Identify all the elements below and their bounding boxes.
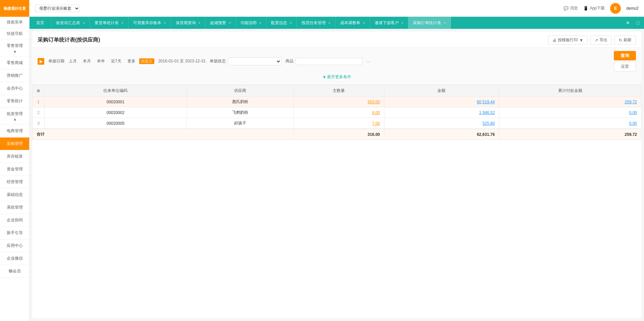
sidebar-item-basic[interactable]: 基础信息 bbox=[0, 189, 29, 201]
shortcut-7days[interactable]: 近7天 bbox=[109, 58, 124, 65]
sidebar-item-wholesale[interactable]: 批发管理 ▲ bbox=[0, 108, 29, 125]
nav-tab-stock-ledger[interactable]: 可用量库存账本× bbox=[128, 17, 171, 29]
row-paid[interactable]: 0.00 bbox=[499, 107, 641, 118]
row-amount[interactable]: 60,519.44 bbox=[384, 97, 499, 107]
close-tab-icon[interactable]: × bbox=[328, 21, 330, 25]
close-tab-icon[interactable]: × bbox=[83, 21, 85, 25]
sidebar-search-btn[interactable]: 搜索英单 bbox=[0, 17, 29, 28]
page-actions: 🖨 按模板打印 ▼ ↗ 导出 ↻ 刷新 bbox=[548, 36, 636, 45]
col-settings[interactable]: ⚙ bbox=[33, 85, 45, 97]
sidebar-item-system[interactable]: 系统管理 bbox=[0, 201, 29, 214]
close-tab-icon[interactable]: × bbox=[121, 21, 123, 25]
export-btn[interactable]: ↗ 导出 bbox=[590, 36, 612, 45]
nav-tab-cost-adjust[interactable]: 成本调整单× bbox=[335, 17, 370, 29]
filter-toggle-btn[interactable]: ▶ bbox=[38, 58, 44, 65]
custom-date-badge[interactable]: 自定义 bbox=[139, 58, 154, 64]
refresh-btn[interactable]: ↻ 刷新 bbox=[614, 36, 636, 45]
sidebar-item-retail-mgmt[interactable]: 零售管理 ▲ bbox=[0, 40, 29, 57]
shortcut-last-month[interactable]: 上月 bbox=[66, 58, 79, 65]
sidebar-item-retail-mall[interactable]: 零售商城 bbox=[0, 57, 29, 69]
row-qty[interactable]: 303.00 bbox=[293, 97, 384, 107]
row-code: 00020002 bbox=[45, 107, 187, 118]
expand-more-btn[interactable]: ▼ 展开更多条件 bbox=[38, 73, 636, 81]
sidebar-item-capital[interactable]: 资金管理 bbox=[0, 163, 29, 176]
row-amount[interactable]: 525.80 bbox=[384, 118, 499, 129]
content-area: 采购订单统计表(按供应商) 🖨 按模板打印 ▼ ↗ 导出 ↻ 刷新 bbox=[32, 32, 641, 318]
nav-tab-invite-downstream[interactable]: 邀请下游客户× bbox=[370, 17, 409, 29]
shortcut-this-month[interactable]: 本月 bbox=[80, 58, 93, 65]
main-area: 母婴行业演示账套 💬 消息 📱 App下载 E demo2 首页收发存汇总表×要… bbox=[30, 0, 644, 321]
nav-tabs-end: ✕ □ bbox=[624, 19, 644, 26]
close-tab-icon[interactable]: × bbox=[444, 21, 446, 25]
account-selector[interactable]: 母婴行业演示账套 bbox=[35, 5, 80, 12]
nav-tab-config-info[interactable]: 配置信息× bbox=[266, 17, 297, 29]
settings-btn[interactable]: 设置 bbox=[614, 62, 636, 71]
sidebar-item-member[interactable]: 会员中心 bbox=[0, 82, 29, 95]
sidebar-item-stock[interactable]: 库存核算 bbox=[0, 150, 29, 163]
sidebar-item-marketing[interactable]: 营销推广 bbox=[0, 69, 29, 82]
message-btn[interactable]: 💬 消息 bbox=[564, 5, 578, 11]
status-select[interactable] bbox=[228, 57, 281, 65]
row-paid[interactable]: 0.00 bbox=[499, 118, 641, 129]
sidebar-item-app-center[interactable]: 应用中心 bbox=[0, 239, 29, 252]
sidebar-item-enterprise[interactable]: 企业协同 bbox=[0, 214, 29, 227]
row-paid[interactable]: 259.72 bbox=[499, 97, 641, 107]
shortcut-more[interactable]: 更多 bbox=[125, 58, 138, 65]
username-label[interactable]: demo2 bbox=[626, 6, 639, 11]
topbar-left: 母婴行业演示账套 bbox=[35, 5, 80, 12]
maximize-tab-btn[interactable]: □ bbox=[635, 19, 641, 26]
close-tab-icon[interactable]: × bbox=[401, 21, 404, 25]
refresh-icon: ↻ bbox=[619, 38, 622, 43]
sidebar-item-retail-stats[interactable]: 零售统计 bbox=[0, 95, 29, 108]
date-filter: 单据日期 上月 本月 本年 近7天 更多 自定义 bbox=[48, 58, 154, 65]
table-row[interactable]: 1 00020001 惠氏奶粉 303.00 60,519.44 259.72 bbox=[33, 97, 641, 107]
sidebar-item-ecom[interactable]: 电商管理 bbox=[0, 125, 29, 138]
app-download-btn[interactable]: 📱 App下载 bbox=[583, 5, 605, 11]
row-supplier: 飞鹤奶粉 bbox=[186, 107, 293, 118]
shortcut-this-year[interactable]: 本年 bbox=[95, 58, 107, 65]
close-tab-icon[interactable]: × bbox=[259, 21, 261, 25]
sidebar-nav: 零售管理 ▲零售商城营销推广会员中心零售统计批发管理 ▲电商管理采购管理库存核算… bbox=[0, 40, 29, 278]
print-btn[interactable]: 🖨 按模板打印 ▼ bbox=[548, 36, 588, 45]
query-btn[interactable]: 查询 bbox=[614, 51, 636, 60]
close-tab-btn[interactable]: ✕ bbox=[624, 19, 632, 26]
nav-tab-purchase-order-stats[interactable]: 采购订单统计表× bbox=[408, 17, 451, 29]
topbar: 母婴行业演示账套 💬 消息 📱 App下载 E demo2 bbox=[30, 0, 644, 17]
nav-tab-home[interactable]: 首页 bbox=[30, 17, 51, 29]
table-row[interactable]: 2 00020002 飞鹤奶粉 6.00 1,586.52 0.00 bbox=[33, 107, 641, 118]
expand-icon: ▼ bbox=[322, 75, 326, 79]
row-num: 1 bbox=[33, 97, 45, 107]
nav-tab-expiry-query[interactable]: 保质期查询× bbox=[171, 17, 206, 29]
close-tab-icon[interactable]: × bbox=[229, 21, 231, 25]
query-buttons: 查询 设置 bbox=[614, 51, 636, 71]
row-qty[interactable]: 6.00 bbox=[293, 107, 384, 118]
nav-tab-receive-summary[interactable]: 收发存汇总表× bbox=[51, 17, 90, 29]
date-shortcuts: 上月 本月 本年 近7天 更多 自定义 bbox=[66, 58, 154, 65]
chevron-down-icon: ▲ bbox=[13, 117, 17, 121]
sidebar-quicknav-btn[interactable]: 快捷导航 bbox=[0, 28, 29, 40]
row-amount[interactable]: 1,586.52 bbox=[384, 107, 499, 118]
nav-tab-purchase-stats[interactable]: 要货单统计表× bbox=[90, 17, 128, 29]
sidebar-item-corp-wechat[interactable]: 企业微信 bbox=[0, 252, 29, 265]
goods-more-btn[interactable]: ··· bbox=[365, 59, 371, 64]
sidebar-item-newbie[interactable]: 新手引导 bbox=[0, 227, 29, 239]
nav-tab-overstock[interactable]: 超储预警× bbox=[205, 17, 236, 29]
goods-input[interactable] bbox=[296, 58, 363, 65]
status-filter: 单据状态 bbox=[210, 57, 281, 65]
row-qty[interactable]: 7.00 bbox=[293, 118, 384, 129]
nav-tab-func-desc[interactable]: 功能说明× bbox=[236, 17, 266, 29]
nav-tabs-bar: 首页收发存汇总表×要货单统计表×可用量库存账本×保质期查询×超储预警×功能说明×… bbox=[30, 17, 644, 29]
nav-tab-pick-task[interactable]: 拣货任务管理× bbox=[297, 17, 335, 29]
sidebar-item-purchase[interactable]: 采购管理 bbox=[0, 138, 29, 150]
avatar[interactable]: E bbox=[610, 3, 621, 14]
row-supplier: 好孩子 bbox=[186, 118, 293, 129]
close-tab-icon[interactable]: × bbox=[199, 21, 201, 25]
sidebar-item-member2[interactable]: 畅会员 bbox=[0, 265, 29, 278]
table-row[interactable]: 3 00020005 好孩子 7.00 525.80 0.00 bbox=[33, 118, 641, 129]
print-dropdown-icon: ▼ bbox=[579, 38, 583, 43]
close-tab-icon[interactable]: × bbox=[290, 21, 292, 25]
sidebar-item-biz-mgmt[interactable]: 经营管理 bbox=[0, 176, 29, 189]
close-tab-icon[interactable]: × bbox=[363, 21, 365, 25]
message-icon: 💬 bbox=[564, 6, 569, 11]
close-tab-icon[interactable]: × bbox=[164, 21, 166, 25]
